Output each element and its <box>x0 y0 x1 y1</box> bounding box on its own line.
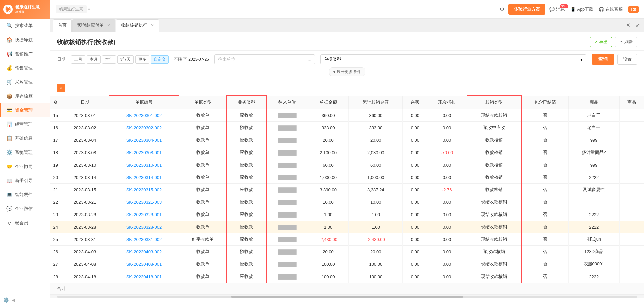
bill-no-cell[interactable]: SK-20230403-002 <box>109 246 179 258</box>
bill-type-select[interactable]: 单据类型 ▾ <box>320 54 586 64</box>
partner-select[interactable]: 往来单位 ... <box>214 54 315 64</box>
table-cell: 2023-03-04 <box>61 134 109 146</box>
sidebar-bottom: ⚙️ ◀ <box>0 294 50 306</box>
sidebar-item-shortcut[interactable]: 🏠 快捷导航 <box>0 33 50 47</box>
bill-no-cell[interactable]: SK-20230301-002 <box>109 109 179 122</box>
sidebar-item-search[interactable]: 🔍 搜索菜单 <box>0 19 50 33</box>
bill-no-cell[interactable]: SK-20230328-001 <box>109 208 179 221</box>
table-cell: 1,000.00 <box>349 171 403 184</box>
horizontal-scrollbar[interactable] <box>50 294 644 298</box>
col-gear[interactable]: ⚙ <box>50 96 61 109</box>
bill-no-link[interactable]: SK-20230418-001 <box>126 274 162 279</box>
bill-no-cell[interactable]: SK-20230418-001 <box>109 270 179 283</box>
sidebar-item-member[interactable]: V 畅会员 <box>0 216 50 230</box>
bill-no-link[interactable]: SK-20230315-002 <box>126 187 162 192</box>
tab-close-collection[interactable]: ✕ <box>151 23 154 28</box>
table-cell: ██████ <box>266 246 308 258</box>
table-cell: ██████ <box>266 221 308 233</box>
sidebar-item-wechat[interactable]: 💬 企业微信 <box>0 202 50 216</box>
refresh-button[interactable]: ↺ 刷新 <box>615 37 637 47</box>
table-cell: 0.00 <box>427 122 467 134</box>
bill-no-link[interactable]: SK-20230328-001 <box>126 212 162 217</box>
content-area: 收款核销执行(按收款) ↗ 导出 ↺ 刷新 日期 上 <box>50 32 644 306</box>
bill-no-link[interactable]: SK-20230331-002 <box>126 237 162 242</box>
date-custom-button[interactable]: 自定义 <box>151 55 169 64</box>
gear-icon[interactable]: ⚙ <box>500 6 504 12</box>
bill-no-cell[interactable]: SK-20230304-001 <box>109 134 179 146</box>
bill-no-cell[interactable]: SK-20230308-001 <box>109 146 179 159</box>
app-download-button[interactable]: 📱 App下载 <box>570 6 593 12</box>
bill-no-cell[interactable]: SK-20230310-001 <box>109 159 179 171</box>
date-this-year-button[interactable]: 本年 <box>102 55 116 64</box>
bill-no-link[interactable]: SK-20230321-003 <box>126 200 162 205</box>
table-cell: 20.00 <box>349 246 403 258</box>
bill-no-cell[interactable]: SK-20230331-002 <box>109 233 179 246</box>
tab-close-prepay[interactable]: ✕ <box>107 23 110 28</box>
tab-expand-icon[interactable]: ⤢ <box>634 21 641 30</box>
phone-icon: 📱 <box>570 7 576 12</box>
sidebar-item-marketing[interactable]: 📢 营销推广 <box>0 47 50 61</box>
bill-no-cell[interactable]: SK-20230315-002 <box>109 184 179 196</box>
sidebar-item-basic[interactable]: 📋 基础信息 <box>0 131 50 145</box>
sidebar-item-purchase[interactable]: 🛒 采购管理 <box>0 75 50 89</box>
table-cell: 999 <box>569 159 619 171</box>
online-service-button[interactable]: 🎧 在线客服 <box>599 6 623 12</box>
date-last-7-days-button[interactable]: 近7天 <box>117 55 134 64</box>
collapse-icon[interactable]: ◀ <box>12 297 15 303</box>
industry-solution-button[interactable]: 体验行业方案 <box>508 4 545 15</box>
sidebar-item-guide[interactable]: 📖 新手引导 <box>0 174 50 188</box>
table-cell: 2023-03-14 <box>61 171 109 184</box>
table-cell: 2023-03-28 <box>61 221 109 233</box>
bill-no-link[interactable]: SK-20230304-001 <box>126 138 162 143</box>
table-cell: 否 <box>522 122 569 134</box>
tab-collection[interactable]: 收款核销执行 ✕ <box>116 19 159 32</box>
sidebar-item-operation[interactable]: 📊 经营管理 <box>0 117 50 131</box>
bill-no-link[interactable]: SK-20230403-002 <box>126 249 162 254</box>
bill-no-cell[interactable]: SK-20230302-002 <box>109 122 179 134</box>
sidebar-item-sales[interactable]: 💰 销售管理 <box>0 61 50 75</box>
tab-home[interactable]: 首页 <box>53 19 72 32</box>
sidebar-item-enterprise[interactable]: 🤝 企业协同 <box>0 160 50 174</box>
table-cell: 现结收款核销 <box>467 233 522 246</box>
sidebar-item-system[interactable]: ⚙️ 系统管理 <box>0 145 50 160</box>
bill-no-link[interactable]: SK-20230302-002 <box>126 125 162 130</box>
sidebar-item-finance[interactable]: 💳 资金管理 <box>0 103 50 117</box>
bill-no-link[interactable]: SK-20230310-001 <box>126 163 162 168</box>
export-button[interactable]: ↗ 导出 <box>590 37 612 47</box>
table-cell: 3,387.24 <box>349 184 403 196</box>
tab-prepay[interactable]: 预付款应付单 ✕ <box>72 19 115 32</box>
scrollbar-thumb[interactable] <box>231 296 463 298</box>
expand-conditions-button[interactable]: ▾ 展开更多条件 <box>329 67 365 76</box>
bill-no-cell[interactable]: SK-20230314-001 <box>109 171 179 184</box>
table-cell: 100.00 <box>349 258 403 270</box>
user-avatar[interactable]: Rit <box>628 6 639 13</box>
table-cell: 60.00 <box>349 159 403 171</box>
date-more-button[interactable]: 更多 <box>135 55 149 64</box>
table-row: 182023-03-08SK-20230308-001收款单应收款██████2… <box>50 146 644 159</box>
bill-no-link[interactable]: SK-20230301-002 <box>126 113 162 118</box>
bill-no-link[interactable]: SK-20230314-001 <box>126 175 162 180</box>
table-cell: 否 <box>522 246 569 258</box>
bill-no-link[interactable]: SK-20230308-001 <box>126 150 162 155</box>
tab-close-all-icon[interactable]: ✕ <box>625 21 632 30</box>
query-button[interactable]: 查询 <box>592 54 614 65</box>
table-cell: 现结收款核销 <box>467 258 522 270</box>
date-this-month-button[interactable]: 本月 <box>87 55 101 64</box>
bill-no-link[interactable]: SK-20230328-002 <box>126 225 162 230</box>
filter-settings-button[interactable]: 设置 <box>617 54 637 65</box>
bill-no-link[interactable]: SK-20230408-001 <box>126 262 162 267</box>
expand-arrow-button[interactable]: » <box>57 84 65 92</box>
table-footer-row: 合计 <box>50 283 644 295</box>
date-last-month-button[interactable]: 上月 <box>71 55 85 64</box>
table-cell: ██████ <box>266 196 308 208</box>
sidebar-item-inventory[interactable]: 📦 库存核算 <box>0 89 50 103</box>
messages-button[interactable]: 💬 消息 99+ <box>549 6 565 12</box>
sidebar: 畅 畅康道好生意 标准版 🔍 搜索菜单 🏠 快捷导航 📢 营销推广 💰 销售管理… <box>0 0 50 306</box>
sidebar-item-hardware[interactable]: 💻 智能硬件 <box>0 188 50 202</box>
settings-bottom-icon[interactable]: ⚙️ <box>3 297 9 303</box>
bill-no-cell[interactable]: SK-20230408-001 <box>109 258 179 270</box>
date-buttons: 上月 本月 本年 近7天 更多 自定义 <box>71 55 169 64</box>
table-cell: -70.00 <box>427 146 467 159</box>
bill-no-cell[interactable]: SK-20230321-003 <box>109 196 179 208</box>
bill-no-cell[interactable]: SK-20230328-002 <box>109 221 179 233</box>
